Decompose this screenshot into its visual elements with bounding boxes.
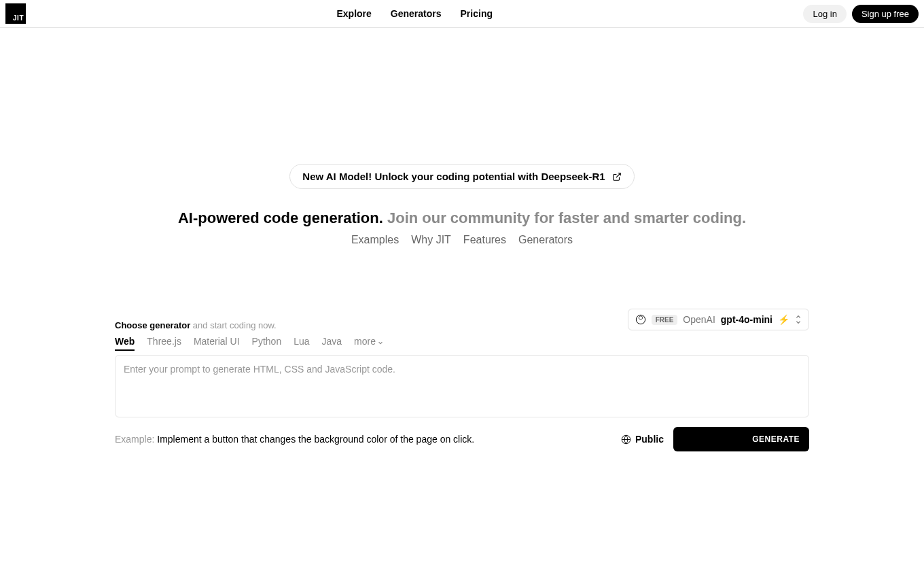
tagline-main: AI-powered code generation. — [178, 209, 383, 226]
generator-panel: Choose generator and start coding now. F… — [115, 309, 809, 451]
choose-generator-label: Choose generator and start coding now. — [115, 320, 277, 330]
main-nav: Explore Generators Pricing — [26, 8, 803, 19]
tagline: AI-powered code generation. Join our com… — [0, 209, 924, 227]
bolt-icon: ⚡ — [778, 314, 789, 325]
prompt-input[interactable] — [115, 355, 809, 417]
example-label: Example: — [115, 434, 154, 445]
banner-text: New AI Model! Unlock your coding potenti… — [302, 171, 605, 182]
tab-threejs[interactable]: Three.js — [147, 336, 181, 351]
subnav-features[interactable]: Features — [463, 234, 506, 246]
tab-java[interactable]: Java — [322, 336, 342, 351]
model-name: gpt-4o-mini — [721, 314, 772, 325]
external-link-icon — [612, 172, 622, 182]
model-free-badge: FREE — [652, 315, 678, 325]
auth-buttons: Log in Sign up free — [803, 5, 919, 23]
subnav-why[interactable]: Why JIT — [411, 234, 451, 246]
choose-rest: and start coding now. — [190, 320, 276, 330]
globe-icon — [621, 434, 631, 445]
login-button[interactable]: Log in — [803, 5, 846, 23]
tab-more[interactable]: more — [354, 336, 383, 351]
hero: New AI Model! Unlock your coding potenti… — [0, 28, 924, 246]
generate-button[interactable]: GENERATE — [673, 427, 809, 451]
tab-materialui[interactable]: Material UI — [194, 336, 240, 351]
subnav-generators[interactable]: Generators — [518, 234, 573, 246]
choose-bold: Choose generator — [115, 320, 190, 330]
selector-icon — [795, 315, 802, 324]
subnav-examples[interactable]: Examples — [351, 234, 399, 246]
example-text[interactable]: Implement a button that changes the back… — [157, 434, 474, 445]
nav-explore[interactable]: Explore — [336, 8, 371, 19]
generator-tabs: Web Three.js Material UI Python Lua Java… — [115, 336, 809, 351]
logo[interactable]: JIT — [5, 3, 26, 24]
nav-generators[interactable]: Generators — [391, 8, 442, 19]
tab-python[interactable]: Python — [252, 336, 282, 351]
tab-lua[interactable]: Lua — [294, 336, 309, 351]
chevron-down-icon — [378, 340, 383, 345]
model-selector[interactable]: FREE OpenAI gpt-4o-mini ⚡ — [628, 309, 809, 330]
example-row: Example: Implement a button that changes… — [115, 434, 611, 445]
tagline-sub: Join our community for faster and smarte… — [387, 209, 746, 226]
tab-web[interactable]: Web — [115, 336, 135, 351]
nav-pricing[interactable]: Pricing — [461, 8, 493, 19]
visibility-toggle[interactable]: Public — [621, 434, 664, 445]
openai-icon — [635, 314, 646, 325]
header: JIT Explore Generators Pricing Log in Si… — [0, 0, 924, 28]
signup-button[interactable]: Sign up free — [852, 5, 919, 23]
more-label: more — [354, 336, 376, 349]
model-vendor: OpenAI — [683, 314, 715, 325]
sub-nav: Examples Why JIT Features Generators — [0, 234, 924, 246]
visibility-label: Public — [635, 434, 664, 445]
announcement-banner[interactable]: New AI Model! Unlock your coding potenti… — [289, 164, 634, 189]
